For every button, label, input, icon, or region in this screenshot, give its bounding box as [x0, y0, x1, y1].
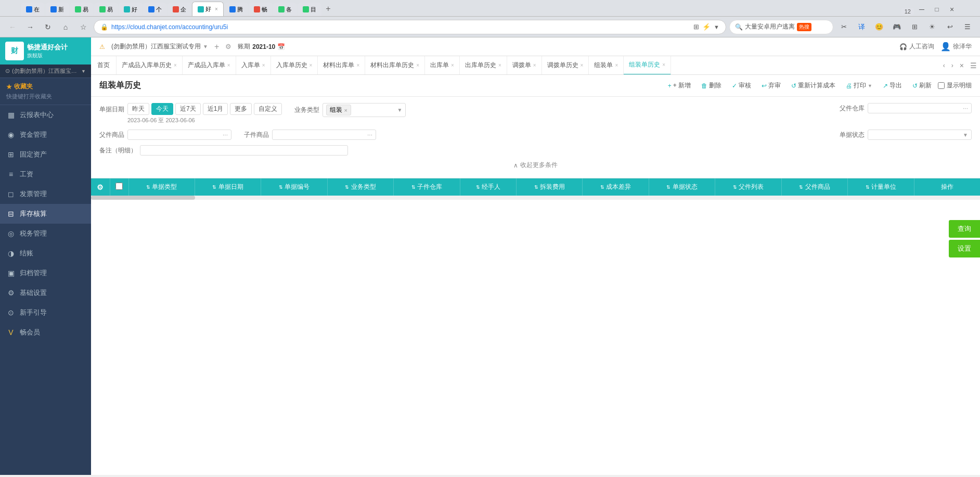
th-doc-date[interactable]: ⇅ 单据日期: [195, 178, 261, 196]
th-cost-diff[interactable]: ⇅ 成本差异: [583, 178, 649, 196]
new-button[interactable]: + + 新增: [664, 79, 695, 92]
browser-tab-5[interactable]: 好: [119, 3, 143, 16]
th-gear[interactable]: ⚙: [91, 178, 110, 196]
sidebar-item-payroll[interactable]: ≡ 工资: [0, 164, 91, 184]
nav-tab-prod-in[interactable]: 产成品入库单 ×: [183, 56, 236, 75]
company-name[interactable]: (勿删勿禁用）江西服宝测试专用 ▼: [111, 42, 208, 51]
show-detail-checkbox[interactable]: [938, 82, 945, 89]
sidebar-item-reports[interactable]: ▦ 云报表中心: [0, 105, 91, 125]
nav-tab-assemble-history-active[interactable]: 组装单历史 ×: [624, 56, 671, 75]
child-goods-input-wrap[interactable]: ···: [272, 130, 376, 140]
th-parent-goods[interactable]: ⇅ 父件商品: [781, 178, 847, 196]
dropdown-icon[interactable]: ▼: [714, 24, 719, 30]
browser-tab-7[interactable]: 企: [167, 3, 191, 16]
calendar-icon[interactable]: 📅: [277, 43, 285, 50]
sidebar-item-guide[interactable]: ⊙ 新手引导: [0, 303, 91, 323]
gear-icon[interactable]: ⚙: [97, 183, 104, 191]
sidebar-item-settings[interactable]: ⚙ 基础设置: [0, 283, 91, 303]
parent-goods-input[interactable]: [131, 131, 223, 138]
browser-tab-8-active[interactable]: 好 ×: [192, 2, 224, 16]
sidebar-item-tax[interactable]: ◎ 税务管理: [0, 224, 91, 243]
service-btn[interactable]: 🎧 人工咨询: [899, 42, 934, 51]
biz-type-select-wrap[interactable]: 组装 × ▼: [323, 103, 406, 117]
browser-tab-10[interactable]: 畅: [249, 3, 273, 16]
audit-button[interactable]: ✓ 审核: [728, 79, 755, 92]
browser-tab-12[interactable]: 目: [298, 3, 321, 16]
tabs-menu-btn[interactable]: ☰: [967, 61, 980, 70]
game-btn[interactable]: 🎮: [889, 20, 904, 34]
nav-tab-out[interactable]: 出库单 ×: [425, 56, 460, 75]
dots-icon[interactable]: ···: [367, 131, 372, 138]
user-avatar[interactable]: 👤 徐泽华: [940, 42, 972, 51]
show-detail-toggle[interactable]: 显示明细: [938, 81, 972, 90]
nav-tab-transfer-history[interactable]: 调拨单历史 ×: [542, 56, 589, 75]
tabs-close-btn[interactable]: ×: [957, 61, 967, 70]
browser-tab-1[interactable]: 在: [21, 3, 45, 16]
query-button[interactable]: 查询: [949, 220, 980, 238]
th-parent-list[interactable]: ⇅ 父件列表: [715, 178, 781, 196]
horizontal-scrollbar[interactable]: [91, 196, 980, 200]
close-icon[interactable]: ×: [662, 62, 665, 68]
select-all-checkbox[interactable]: [115, 183, 123, 190]
reload-button[interactable]: ↻: [41, 20, 55, 34]
new-tab-button[interactable]: +: [322, 3, 334, 15]
org-selector[interactable]: ⊙ (勿删勿禁用）江西服宝测试专用 ▼: [0, 65, 91, 78]
tabs-scroll-left[interactable]: ‹: [940, 62, 948, 69]
close-icon[interactable]: ×: [356, 62, 359, 68]
settings-icon-btn[interactable]: ⚙: [225, 43, 231, 50]
emoji-btn[interactable]: 😊: [872, 20, 886, 34]
nav-tab-in-history[interactable]: 入库单历史 ×: [271, 56, 318, 75]
sidebar-item-archive[interactable]: ▣ 归档管理: [0, 263, 91, 283]
today-btn[interactable]: 今天: [151, 103, 173, 115]
close-icon[interactable]: ×: [262, 62, 265, 68]
nav-tab-mat-out[interactable]: 材料出库单 ×: [318, 56, 365, 75]
remarks-input-wrap[interactable]: [140, 145, 348, 156]
sidebar-item-settle[interactable]: ◑ 结账: [0, 243, 91, 263]
browser-tab-2[interactable]: 新: [45, 3, 69, 16]
menu-btn[interactable]: ☰: [960, 20, 975, 34]
th-handler[interactable]: ⇅ 经手人: [460, 178, 516, 196]
custom-btn[interactable]: 自定义: [254, 103, 282, 115]
close-icon[interactable]: ×: [451, 62, 454, 68]
status-input[interactable]: [871, 131, 963, 138]
minimize-button[interactable]: ─: [914, 3, 929, 16]
recalculate-button[interactable]: ↺ 重新计算成本: [787, 79, 840, 92]
parent-warehouse-input-wrap[interactable]: ···: [868, 103, 972, 113]
translate-btn[interactable]: 译: [854, 20, 869, 34]
nav-tab-assemble[interactable]: 组装单 ×: [589, 56, 624, 75]
close-icon[interactable]: ×: [581, 62, 584, 68]
scrollbar-thumb[interactable]: [91, 196, 195, 200]
close-icon[interactable]: ×: [310, 62, 313, 68]
browser-tab-6[interactable]: 个: [143, 3, 167, 16]
scissors-btn[interactable]: ✂: [836, 20, 851, 34]
home-button[interactable]: ⌂: [58, 20, 73, 34]
th-doc-type[interactable]: ⇅ 单据类型: [128, 178, 195, 196]
status-select-wrap[interactable]: ▼: [868, 130, 972, 140]
close-icon[interactable]: ×: [174, 62, 177, 68]
abandon-button[interactable]: ↩ 弃审: [757, 79, 785, 92]
child-goods-input[interactable]: [276, 131, 367, 138]
close-icon[interactable]: ×: [533, 62, 536, 68]
close-icon[interactable]: ×: [227, 62, 230, 68]
month-btn[interactable]: 近1月: [203, 103, 228, 115]
nav-tab-mat-out-history[interactable]: 材料出库单历史 ×: [365, 56, 425, 75]
th-checkbox[interactable]: [110, 178, 128, 196]
bookmark-button[interactable]: ☆: [76, 20, 91, 34]
th-disassemble-cost[interactable]: ⇅ 拆装费用: [517, 178, 583, 196]
close-icon[interactable]: ×: [615, 62, 618, 68]
parent-goods-input-wrap[interactable]: ···: [127, 130, 231, 140]
close-icon[interactable]: ×: [498, 62, 501, 68]
sidebar-item-assets[interactable]: ⊞ 固定资产: [0, 145, 91, 164]
week-btn[interactable]: 近7天: [175, 103, 201, 115]
grid-view-btn[interactable]: ⊞: [907, 20, 922, 34]
back-button[interactable]: ←: [5, 20, 20, 34]
dots-icon[interactable]: ···: [963, 105, 968, 112]
th-unit[interactable]: ⇅ 计量单位: [848, 178, 914, 196]
undo-btn[interactable]: ↩: [943, 20, 957, 34]
tabs-scroll-right[interactable]: ›: [948, 62, 957, 69]
tag-close-icon[interactable]: ×: [344, 107, 347, 113]
browser-tab-11[interactable]: 各: [273, 3, 297, 16]
th-child-warehouse[interactable]: ⇅ 子件仓库: [394, 178, 460, 196]
browser-tab-3[interactable]: 易: [70, 3, 94, 16]
nav-tab-prod-in-history[interactable]: 产成品入库单历史 ×: [117, 56, 183, 75]
